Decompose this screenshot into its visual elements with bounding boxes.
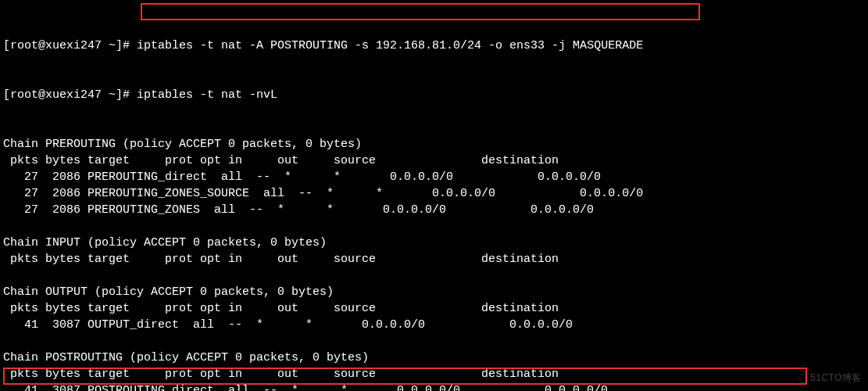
output-line: 41 3087 OUTPUT_direct all -- * * 0.0.0.0… — [3, 317, 865, 333]
output-line: 27 2086 PREROUTING_direct all -- * * 0.0… — [3, 169, 865, 185]
watermark-icon — [798, 374, 807, 383]
svg-point-0 — [798, 375, 806, 382]
output-line — [3, 333, 865, 350]
command-output: Chain PREROUTING (policy ACCEPT 0 packet… — [3, 136, 865, 391]
prompt-line-2: [root@xuexi247 ~]# iptables -t nat -nvL — [3, 87, 865, 103]
output-line — [3, 218, 865, 235]
output-line: Chain PREROUTING (policy ACCEPT 0 packet… — [3, 136, 865, 152]
command-text: iptables -t nat -nvL — [137, 88, 277, 102]
command-text: iptables -t nat -A POSTROUTING -s 192.16… — [137, 39, 643, 52]
prompt-line-1: [root@xuexi247 ~]# iptables -t nat -A PO… — [3, 38, 865, 54]
shell-prompt: [root@xuexi247 ~]# — [3, 88, 137, 102]
output-line: pkts bytes target prot opt in out source… — [3, 300, 865, 317]
output-line: 27 2086 PREROUTING_ZONES_SOURCE all -- *… — [3, 185, 865, 202]
watermark: 51CTO博客 — [798, 370, 862, 386]
output-line: Chain INPUT (policy ACCEPT 0 packets, 0 … — [3, 235, 865, 251]
shell-prompt: [root@xuexi247 ~]# — [3, 39, 137, 52]
output-line: pkts bytes target prot opt in out source… — [3, 152, 865, 169]
output-line: 27 2086 PREROUTING_ZONES all -- * * 0.0.… — [3, 202, 865, 218]
output-line — [3, 267, 865, 284]
output-line: pkts bytes target prot opt in out source… — [3, 251, 865, 267]
output-line: pkts bytes target prot opt in out source… — [3, 366, 865, 382]
terminal-window[interactable]: [root@xuexi247 ~]# iptables -t nat -A PO… — [0, 0, 868, 391]
watermark-text: 51CTO博客 — [810, 372, 862, 383]
output-line: Chain OUTPUT (policy ACCEPT 0 packets, 0… — [3, 284, 865, 300]
output-line: 41 3087 POSTROUTING_direct all -- * * 0.… — [3, 382, 865, 391]
output-line: Chain POSTROUTING (policy ACCEPT 0 packe… — [3, 350, 865, 366]
